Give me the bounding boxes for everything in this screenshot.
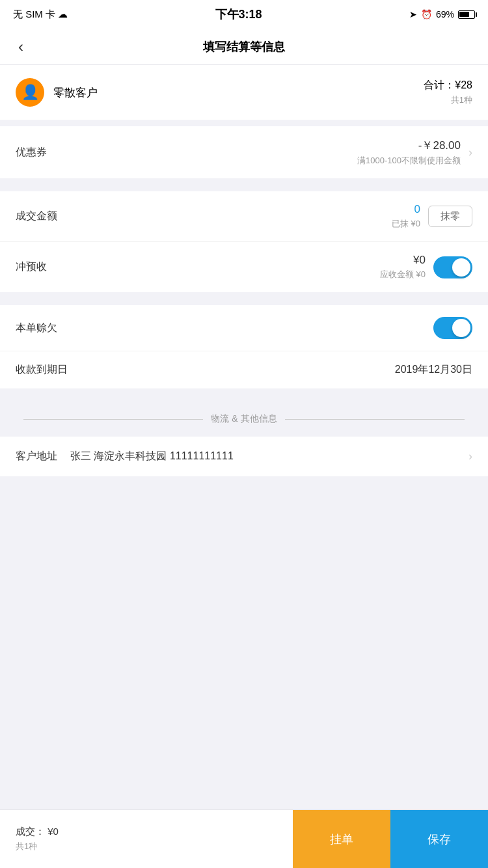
address-value: 张三 海淀永丰科技园 11111111111: [70, 450, 468, 463]
deal-right: 0 已抹 ¥0 抹零: [392, 203, 472, 230]
avatar-icon: 👤: [21, 84, 39, 101]
coupon-section[interactable]: 优惠券 -￥28.00 满1000-100不限制使用金额 ›: [0, 126, 488, 178]
bottom-bar: 成交： ¥0 共1种 挂单 保存: [0, 809, 488, 868]
location-icon: ➤: [409, 9, 417, 20]
advance-value: ¥0: [380, 254, 426, 267]
customer-row: 👤 零散客户 合计：¥28 共1种: [0, 65, 488, 120]
zero-button[interactable]: 抹零: [428, 206, 472, 227]
deal-subtext: 已抹 ¥0: [392, 218, 420, 230]
address-section[interactable]: 客户地址 张三 海淀永丰科技园 11111111111 ›: [0, 437, 488, 476]
section-gap-4: [0, 483, 488, 489]
battery-icon: [458, 10, 475, 19]
bottom-count-label: 共1种: [16, 841, 277, 852]
advance-subtext: 应收金额 ¥0: [380, 269, 426, 280]
empty-space: [0, 489, 488, 619]
deal-label: 成交金额: [16, 210, 57, 223]
alarm-icon: ⏰: [421, 9, 432, 20]
deal-value: 0: [392, 203, 420, 216]
debt-section: 本单赊欠 收款到期日 2019年12月30日: [0, 305, 488, 388]
deal-row: 成交金额 0 已抹 ¥0 抹零: [0, 191, 488, 242]
status-right: ➤ ⏰ 69%: [409, 9, 475, 20]
total-amount: 合计：¥28: [424, 79, 472, 92]
debt-toggle[interactable]: [433, 317, 472, 339]
debt-label: 本单赊欠: [16, 321, 57, 335]
status-bar: 无 SIM 卡 ☁ 下午3:18 ➤ ⏰ 69%: [0, 0, 488, 29]
bottom-actions: 挂单 保存: [293, 810, 488, 868]
logistics-header: 物流 & 其他信息: [0, 401, 488, 437]
advance-label: 冲预收: [16, 260, 47, 274]
hold-button[interactable]: 挂单: [293, 810, 390, 868]
debt-row: 本单赊欠: [0, 305, 488, 351]
section-gap-3: [0, 395, 488, 401]
status-left: 无 SIM 卡 ☁: [13, 8, 68, 21]
advance-value-col: ¥0 应收金额 ¥0: [380, 254, 426, 280]
coupon-value-col: -￥28.00 满1000-100不限制使用金额: [357, 138, 461, 167]
customer-total: 合计：¥28 共1种: [424, 79, 472, 106]
advance-right: ¥0 应收金额 ¥0: [380, 254, 472, 280]
total-count: 共1种: [424, 94, 472, 106]
nav-bar: ‹ 填写结算等信息: [0, 29, 488, 65]
bottom-info: 成交： ¥0 共1种: [0, 826, 293, 852]
debt-right: [433, 317, 472, 339]
chevron-right-icon: ›: [468, 146, 472, 159]
address-row[interactable]: 客户地址 张三 海淀永丰科技园 11111111111 ›: [0, 437, 488, 476]
deal-value-col: 0 已抹 ¥0: [392, 203, 420, 230]
customer-section: 👤 零散客户 合计：¥28 共1种: [0, 65, 488, 120]
coupon-row[interactable]: 优惠券 -￥28.00 满1000-100不限制使用金额 ›: [0, 126, 488, 178]
sim-label: 无 SIM 卡 ☁: [13, 8, 68, 21]
content-area: 👤 零散客户 合计：¥28 共1种 优惠券 -￥28.00 满1000-100不…: [0, 65, 488, 678]
back-button[interactable]: ‹: [13, 33, 29, 61]
save-button[interactable]: 保存: [390, 810, 488, 868]
due-date-row: 收款到期日 2019年12月30日: [0, 351, 488, 388]
coupon-label: 优惠券: [16, 146, 47, 159]
address-chevron-icon: ›: [468, 450, 472, 463]
coupon-subtext: 满1000-100不限制使用金额: [357, 155, 461, 167]
bottom-deal-label: 成交： ¥0: [16, 826, 277, 838]
customer-avatar: 👤: [16, 78, 44, 107]
battery-percent: 69%: [436, 9, 454, 20]
coupon-right: -￥28.00 满1000-100不限制使用金额 ›: [357, 138, 472, 167]
due-date-label: 收款到期日: [16, 363, 68, 377]
address-label: 客户地址: [16, 450, 57, 463]
coupon-discount: -￥28.00: [357, 138, 461, 153]
section-gap-1: [0, 185, 488, 191]
customer-left: 👤 零散客户: [16, 78, 98, 107]
logistics-label: 物流 & 其他信息: [211, 413, 277, 425]
due-date-value: 2019年12月30日: [395, 363, 472, 377]
advance-row: 冲预收 ¥0 应收金额 ¥0: [0, 242, 488, 292]
page-title: 填写结算等信息: [203, 39, 285, 55]
customer-name: 零散客户: [53, 85, 98, 100]
section-gap-2: [0, 299, 488, 305]
advance-toggle[interactable]: [433, 256, 472, 278]
deal-section: 成交金额 0 已抹 ¥0 抹零 冲预收 ¥0 应收金额 ¥0: [0, 191, 488, 292]
status-time: 下午3:18: [215, 7, 262, 22]
